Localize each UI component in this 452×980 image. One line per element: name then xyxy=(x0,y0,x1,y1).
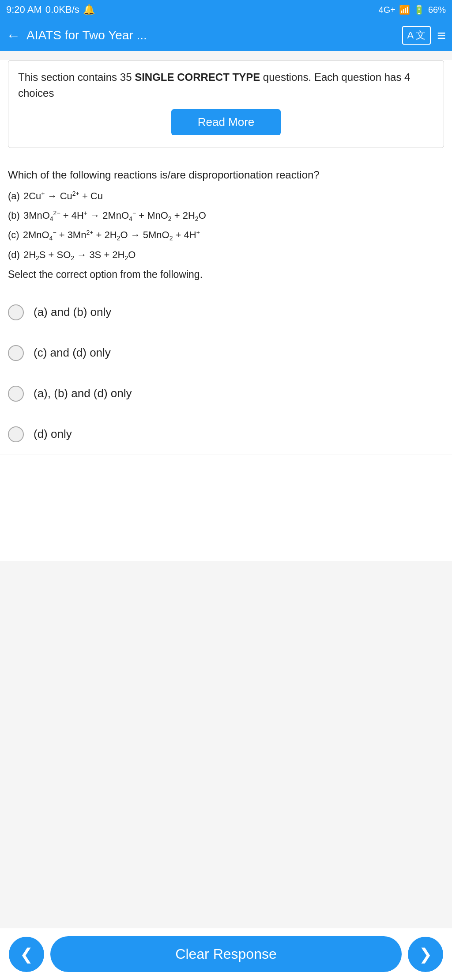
read-more-button[interactable]: Read More xyxy=(171,109,281,135)
network-type: 4G+ xyxy=(379,5,396,15)
options-section: (a) and (b) only (c) and (d) only (a), (… xyxy=(0,292,452,455)
main-content: This section contains 35 SINGLE CORRECT … xyxy=(0,60,452,561)
battery-percent: 66% xyxy=(428,5,446,15)
translate-button[interactable]: A 文 xyxy=(402,26,431,45)
option-1[interactable]: (a) and (b) only xyxy=(8,292,444,333)
reaction-c-label: (c) xyxy=(8,226,19,244)
reaction-c-formula: 2MnO4− + 3Mn2+ + 2H2O → 5MnO2 + 4H+ xyxy=(23,226,200,244)
bottom-navigation: ❮ Clear Response ❯ xyxy=(0,928,452,980)
next-icon: ❯ xyxy=(419,945,432,964)
reaction-b-label: (b) xyxy=(8,207,20,224)
status-right: 4G+ 📶 🔋 66% xyxy=(379,4,446,15)
info-bold-text: SINGLE CORRECT TYPE xyxy=(135,71,260,83)
reaction-a: (a) 2Cu+ → Cu2+ + Cu xyxy=(8,187,444,205)
radio-option-4[interactable] xyxy=(8,426,24,442)
reaction-c: (c) 2MnO4− + 3Mn2+ + 2H2O → 5MnO2 + 4H+ xyxy=(8,226,444,244)
radio-option-3[interactable] xyxy=(8,386,24,402)
reaction-b: (b) 3MnO42− + 4H+ → 2MnO4− + MnO2 + 2H2O xyxy=(8,207,444,225)
menu-button[interactable]: ≡ xyxy=(437,27,446,44)
question-text: Which of the following reactions is/are … xyxy=(8,167,444,183)
select-instruction: Select the correct option from the follo… xyxy=(8,269,444,281)
reaction-d-label: (d) xyxy=(8,246,20,264)
back-arrow-icon: ← xyxy=(6,27,20,44)
option-3-label: (a), (b) and (d) only xyxy=(34,387,132,400)
reaction-a-formula: 2Cu+ → Cu2+ + Cu xyxy=(23,187,103,205)
signal-bars-icon: 📶 xyxy=(399,4,410,15)
prev-icon: ❮ xyxy=(20,945,33,964)
option-2[interactable]: (c) and (d) only xyxy=(8,333,444,373)
option-4-label: (d) only xyxy=(34,427,72,441)
reaction-d: (d) 2H2S + SO2 → 3S + 2H2O xyxy=(8,246,444,264)
radio-option-2[interactable] xyxy=(8,345,24,361)
time-display: 9:20 AM xyxy=(6,4,42,15)
reaction-a-label: (a) xyxy=(8,187,20,205)
info-text: This section contains 35 SINGLE CORRECT … xyxy=(18,69,434,101)
radio-option-1[interactable] xyxy=(8,304,24,320)
option-2-label: (c) and (d) only xyxy=(34,346,111,360)
reaction-b-formula: 3MnO42− + 4H+ → 2MnO4− + MnO2 + 2H2O xyxy=(23,207,206,225)
info-text-part1: This section contains 35 xyxy=(18,71,135,83)
status-left: 9:20 AM 0.0KB/s 🔔 xyxy=(6,4,95,15)
back-button[interactable]: ← xyxy=(6,27,20,44)
prev-button[interactable]: ❮ xyxy=(9,937,44,972)
signal-icon: 🔔 xyxy=(83,4,95,15)
battery-icon: 🔋 xyxy=(414,4,425,15)
translate-label: A 文 xyxy=(407,29,426,42)
page-title: AIATS for Two Year ... xyxy=(26,28,396,42)
next-button[interactable]: ❯ xyxy=(408,937,443,972)
reactions-list: (a) 2Cu+ → Cu2+ + Cu (b) 3MnO42− + 4H+ →… xyxy=(8,187,444,264)
bottom-spacer xyxy=(0,455,452,561)
network-speed: 0.0KB/s xyxy=(45,4,79,15)
question-section: Which of the following reactions is/are … xyxy=(0,157,452,292)
option-4[interactable]: (d) only xyxy=(8,414,444,455)
reaction-d-formula: 2H2S + SO2 → 3S + 2H2O xyxy=(23,246,136,264)
info-card: This section contains 35 SINGLE CORRECT … xyxy=(8,60,444,148)
nav-bar: ← AIATS for Two Year ... A 文 ≡ xyxy=(0,19,452,51)
option-1-label: (a) and (b) only xyxy=(34,305,111,319)
option-3[interactable]: (a), (b) and (d) only xyxy=(8,373,444,414)
clear-response-button[interactable]: Clear Response xyxy=(50,936,402,972)
status-bar: 9:20 AM 0.0KB/s 🔔 4G+ 📶 🔋 66% xyxy=(0,0,452,19)
